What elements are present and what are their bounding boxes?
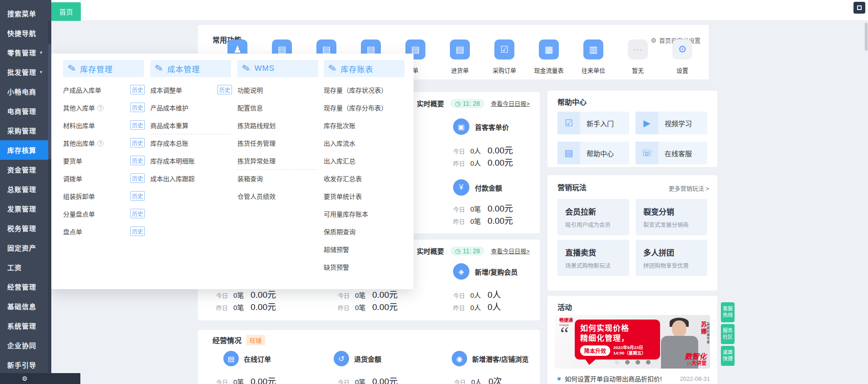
sidebar-item-invoice[interactable]: 发票管理 (0, 199, 51, 218)
menu-item[interactable]: 超储预警 (324, 240, 413, 258)
history-badge[interactable]: 历史 (130, 173, 145, 183)
menu-item[interactable]: 其他入库单?历史 (63, 98, 147, 116)
sidebar-item-payroll[interactable]: 工资 (0, 257, 51, 277)
flyout-header-inventory-management[interactable]: ✎库存管理 (63, 60, 144, 77)
sidebar-item-inventory-accounting[interactable]: 库存核算 (0, 140, 51, 160)
sidebar-item-funds[interactable]: 资金管理 (0, 160, 51, 179)
carousel-dot[interactable] (615, 360, 619, 364)
history-badge[interactable]: 历史 (130, 120, 145, 130)
flyout-header-cost-management[interactable]: ✎成本管理 (150, 60, 231, 77)
service-community-button[interactable]: 服务社区 (721, 324, 735, 344)
menu-item[interactable]: 调拨单历史 (63, 169, 147, 187)
menu-item[interactable]: 其他出库单?历史 (63, 134, 147, 152)
marketing-tile-group-buying[interactable]: 多人拼团 拼团购物享受优惠 (636, 240, 707, 276)
quick-icon-label[interactable]: 暂无 (616, 66, 660, 74)
menu-item[interactable]: 材料出库单历史 (63, 116, 147, 134)
menu-item[interactable]: 出入库流水 (324, 134, 413, 152)
empty-slot-icon[interactable]: ⋯ (628, 39, 648, 59)
view-daily-report-link[interactable]: 查看今日日报> (491, 246, 530, 255)
menu-item[interactable]: 组装拆卸单历史 (63, 187, 147, 205)
sidebar-item-purchasing[interactable]: 采购管理 (0, 121, 51, 140)
history-badge[interactable]: 历史 (130, 191, 145, 201)
sidebar-item-fixed-assets[interactable]: 固定资产 (0, 238, 51, 257)
menu-item[interactable]: 商品成本重算 (150, 116, 234, 134)
settings-icon[interactable]: ⚙ (672, 39, 692, 59)
marketing-tile-live-selling[interactable]: 直播卖货 场景式购物新玩法 (557, 240, 629, 276)
sidebar-item-tax[interactable]: 税务管理 (0, 218, 51, 238)
sidebar-item-ecommerce[interactable]: 电商管理 (0, 101, 51, 121)
gear-icon[interactable]: ⚙ (22, 375, 28, 382)
history-badge[interactable]: 历史 (130, 103, 145, 112)
desktop-shortcut-button[interactable]: 桌面快捷 (721, 346, 735, 366)
quick-icon-label[interactable]: 往来单位 (572, 66, 615, 74)
history-badge[interactable]: 历史 (130, 156, 145, 165)
menu-item[interactable]: 收发存汇总表 (324, 169, 413, 187)
sidebar-scrollbar[interactable] (48, 44, 51, 159)
menu-item[interactable]: 产成品入库单历史 (63, 81, 147, 98)
purchase-receipt-icon[interactable]: ▤ (450, 39, 470, 59)
quick-icon-label[interactable]: 采购订单 (483, 66, 526, 74)
history-badge[interactable]: 历史 (130, 138, 145, 148)
sidebar-item-retail[interactable]: 零售管理▼ (0, 43, 51, 62)
menu-item[interactable]: 功能说明 (237, 81, 321, 98)
menu-item[interactable]: 缺货预警 (324, 258, 413, 276)
business-partners-icon[interactable]: ▥ (583, 39, 603, 59)
menu-item[interactable]: 拣货路线规划 (237, 116, 321, 134)
menu-item[interactable]: 配置信息 (237, 98, 321, 116)
fullscreen-button[interactable] (853, 2, 865, 14)
activity-banner[interactable]: 畅捷通Chanjet “ 如何实现价格 精细化管理， 降本升效 2022年9月2… (555, 315, 710, 369)
menu-item[interactable]: 保质期查询 (324, 222, 413, 240)
menu-item[interactable]: 产品成本维护 (150, 98, 234, 116)
history-badge[interactable]: 历史 (217, 85, 232, 94)
menu-item[interactable]: 拣货异常处理 (237, 152, 321, 169)
quick-icon-label[interactable]: 进货单 (438, 66, 482, 74)
menu-item[interactable]: 可用量库存账本 (324, 205, 413, 222)
help-tile-video[interactable]: ▶ 视频学习 (636, 112, 707, 134)
menu-item[interactable]: 成本出入库跟踪 (150, 169, 234, 187)
carousel-dot[interactable] (646, 360, 651, 364)
sidebar-item-beginner-guide[interactable]: 新手引导 (0, 355, 51, 374)
menu-item[interactable]: 成本调整单历史 (150, 81, 234, 98)
history-badge[interactable]: 历史 (130, 85, 145, 94)
view-daily-report-link[interactable]: 查看今日日报> (491, 99, 530, 108)
marketing-tile-member-acquisition[interactable]: 会员拉新 吸引用户成为会员 (557, 199, 629, 235)
sidebar-item-quick-nav[interactable]: 快捷导航 (0, 23, 51, 43)
quick-icon-label[interactable]: 设置 (661, 66, 704, 74)
menu-item[interactable]: 分量盘点单历史 (63, 205, 147, 222)
menu-item[interactable]: 仓管人员绩效 (237, 187, 321, 205)
menu-item[interactable]: 要货单历史 (63, 152, 147, 169)
sidebar-item-wholesale[interactable]: 批发管理▼ (0, 62, 51, 82)
menu-item[interactable]: 出入库汇总 (324, 152, 413, 169)
sidebar-item-search-menu[interactable]: 搜索菜单 (0, 4, 51, 23)
menu-item[interactable]: 装箱查询 (237, 169, 321, 187)
sidebar-item-system[interactable]: 系统管理 (0, 316, 51, 335)
flyout-header-inventory-reports[interactable]: ✎库存账表 (324, 60, 404, 77)
news-item[interactable]: 如何设置开单自动带出商品折扣价! 2022-08-31 (557, 374, 710, 383)
sidebar-item-collaboration[interactable]: 企业协同 (0, 335, 51, 355)
menu-item[interactable]: 现存量（库存状况表） (324, 81, 413, 98)
history-badge[interactable]: 历史 (130, 209, 145, 218)
carousel-dot[interactable] (625, 360, 630, 364)
help-tile-support[interactable]: ☏ 在线客服 (636, 142, 707, 164)
menu-item[interactable]: 现存量（库存分布表） (324, 98, 413, 116)
service-hotline-button[interactable]: 客服热线 (721, 302, 735, 322)
page-scrollbar[interactable] (865, 23, 868, 51)
menu-item[interactable]: 要货单统计表 (324, 187, 413, 205)
marketing-tile-fission-distribution[interactable]: 裂变分销 裂变式发展分销商 (636, 199, 707, 235)
help-tile-beginner[interactable]: ☑ 新手入门 (557, 112, 629, 134)
sidebar-item-operations[interactable]: 经营管理 (0, 277, 51, 296)
more-marketing-link[interactable]: 更多营销玩法 > (669, 184, 709, 192)
help-tile-docs[interactable]: ▤ 帮助中心 (557, 142, 629, 164)
sidebar-item-xiaochang-ecom[interactable]: 小畅电商 (0, 82, 51, 101)
sidebar-item-basic-info[interactable]: 基础信息 (0, 296, 51, 316)
quick-icon-label[interactable]: 现金流量表 (527, 66, 571, 74)
carousel-dot[interactable] (636, 360, 640, 364)
menu-item[interactable]: 盘点单历史 (63, 222, 147, 240)
purchase-order-icon[interactable]: ☑ (494, 39, 514, 59)
menu-item[interactable]: 库存成本总账 (150, 134, 234, 152)
cash-flow-statement-icon[interactable]: ▦ (539, 39, 559, 59)
tab-home[interactable]: 首页 (51, 2, 81, 21)
sidebar-item-general-ledger[interactable]: 总账管理 (0, 179, 51, 199)
history-badge[interactable]: 历史 (130, 226, 145, 236)
menu-item[interactable]: 库存批次账 (324, 116, 413, 134)
